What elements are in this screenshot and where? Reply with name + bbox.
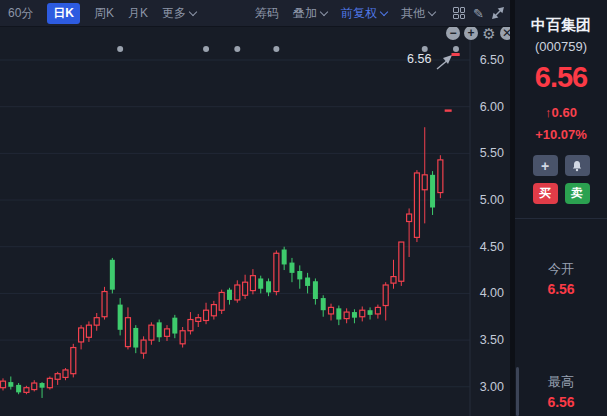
layout-grid-icon[interactable] [453, 7, 465, 19]
stock-code: (000759) [535, 39, 587, 54]
chevron-down-icon [189, 7, 197, 15]
overlay-menu[interactable]: 叠加 [293, 5, 327, 22]
chevron-down-icon [320, 7, 328, 15]
tab-weekly-k[interactable]: 周K [94, 5, 114, 22]
candlestick-chart[interactable]: 6.506.005.505.004.504.003.503.006.56 − +… [0, 27, 510, 416]
event-marker-dot [234, 46, 240, 52]
period-group: 60分 日K 周K 月K 更多 [8, 3, 196, 24]
field-today-open: 今开 6.56 [547, 260, 574, 297]
tools-group: 筹码 叠加 前复权 其他 ✎ [255, 5, 504, 22]
stock-name: 中百集团 [531, 16, 591, 35]
svg-text:6.50: 6.50 [480, 53, 504, 67]
chevron-down-icon [380, 7, 388, 15]
sidebar-divider [515, 218, 607, 219]
gear-icon[interactable]: ⚙ [482, 27, 496, 40]
chevron-down-icon [428, 7, 436, 15]
svg-text:5.50: 5.50 [480, 146, 504, 160]
price-change-value: 0.60 [552, 105, 577, 120]
svg-text:4.00: 4.00 [480, 286, 504, 300]
tab-60min[interactable]: 60分 [8, 5, 33, 22]
field-day-high: 最高 6.56 [547, 373, 574, 410]
alert-bell-button[interactable] [565, 155, 590, 176]
buy-button[interactable]: 买 [533, 183, 558, 204]
svg-text:3.50: 3.50 [480, 333, 504, 347]
zoom-in-icon[interactable]: + [464, 27, 478, 40]
event-marker-dot [453, 46, 459, 52]
candlestick-plot[interactable]: 6.506.005.505.004.504.003.503.006.56 [0, 27, 510, 416]
price-change-percent: +10.07% [535, 127, 587, 142]
field-label: 今开 [547, 260, 574, 278]
other-label: 其他 [401, 5, 425, 22]
action-buttons: + 买 卖 [533, 155, 590, 204]
close-icon[interactable]: ✕ [500, 27, 510, 40]
add-to-watchlist-button[interactable]: + [533, 155, 558, 176]
event-marker-dot [117, 46, 123, 52]
svg-text:6.00: 6.00 [480, 100, 504, 114]
last-price-annotation: 6.56 [407, 52, 431, 66]
toolbar-icons: ✎ [453, 7, 504, 20]
more-label: 更多 [162, 5, 186, 22]
svg-text:4.50: 4.50 [480, 240, 504, 254]
chips-distribution-button[interactable]: 筹码 [255, 5, 279, 22]
bell-icon [571, 160, 583, 172]
field-label: 最高 [547, 373, 574, 391]
tab-monthly-k[interactable]: 月K [128, 5, 148, 22]
more-menu[interactable]: 更多 [162, 5, 196, 22]
sell-button[interactable]: 卖 [565, 183, 590, 204]
event-marker-dot [203, 46, 209, 52]
stock-app-window: 60分 日K 周K 月K 更多 筹码 叠加 前复权 其他 [0, 0, 607, 416]
last-price: 6.56 [535, 61, 587, 94]
adjust-mode-label: 前复权 [341, 5, 377, 22]
svg-text:5.00: 5.00 [480, 193, 504, 207]
field-value: 6.56 [547, 394, 574, 410]
chart-zoom-controls: − + ⚙ ✕ [446, 27, 510, 40]
field-value: 6.56 [547, 281, 574, 297]
overlay-label: 叠加 [293, 5, 317, 22]
current-price-tick [452, 53, 460, 56]
fullscreen-expand-icon[interactable] [492, 7, 504, 19]
draw-pen-icon[interactable]: ✎ [473, 7, 484, 20]
other-menu[interactable]: 其他 [401, 5, 435, 22]
svg-text:3.00: 3.00 [480, 380, 504, 394]
adjust-mode-menu[interactable]: 前复权 [341, 5, 387, 22]
zoom-out-icon[interactable]: − [446, 27, 460, 40]
chart-toolbar: 60分 日K 周K 月K 更多 筹码 叠加 前复权 其他 [0, 0, 510, 27]
quote-sidebar: 中百集团 (000759) 6.56 ↑0.60 +10.07% + 买 卖 今… [515, 0, 607, 416]
sidebar-scrollbar[interactable] [516, 367, 519, 416]
event-marker-dot [273, 46, 279, 52]
tab-daily-k[interactable]: 日K [47, 3, 80, 24]
price-change: ↑0.60 [545, 105, 577, 120]
